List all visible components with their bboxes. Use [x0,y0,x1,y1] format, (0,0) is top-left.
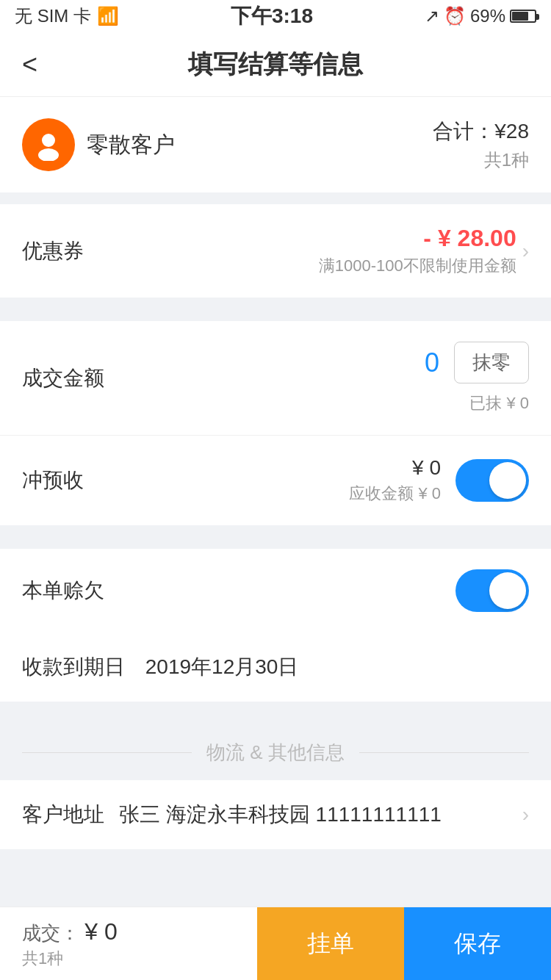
section-divider-1 [0,309,551,321]
debt-label: 本单赊欠 [22,577,104,605]
location-icon: ↗ [425,6,439,26]
due-date-label: 收款到期日 [22,655,125,678]
debt-section: 本单赊欠 收款到期日 2019年12月30日 [0,549,551,702]
prepay-label: 冲预收 [22,466,84,494]
bottom-deal-label: 成交： ¥ 0 [22,918,235,946]
debt-row: 本单赊欠 [0,549,551,633]
prepay-right: ¥ 0 应收金额 ¥ 0 [349,456,529,505]
divider-line-right [359,752,529,753]
customer-name: 零散客户 [87,130,175,160]
address-section[interactable]: 客户地址 张三 海淀永丰科技园 11111111111 › [0,780,551,849]
debt-toggle[interactable] [455,569,529,612]
svg-point-1 [38,148,59,161]
address-row[interactable]: 客户地址 张三 海淀永丰科技园 11111111111 › [0,780,551,849]
hang-button[interactable]: 挂单 [257,907,404,981]
section-divider-2 [0,537,551,549]
total-amount: 合计：¥28 [433,118,529,145]
coupon-desc: 满1000-100不限制使用金额 [319,255,516,277]
bottom-count: 共1种 [22,948,235,970]
chevron-right-icon: › [522,239,529,263]
avatar [22,118,75,171]
page-title: 填写结算等信息 [188,48,363,82]
prepay-main-value: ¥ 0 [349,456,441,480]
section-divider-3 [0,713,551,725]
battery-icon [510,10,536,23]
transaction-section: 成交金额 0 抹零 已抹 ¥ 0 冲预收 ¥ 0 应收金额 ¥ 0 [0,321,551,525]
back-button[interactable]: < [22,49,37,80]
customer-summary: 合计：¥28 共1种 [433,118,529,172]
prepay-row: 冲预收 ¥ 0 应收金额 ¥ 0 [0,436,551,525]
logistics-label: 物流 & 其他信息 [206,740,345,765]
deal-amount-label: 成交金额 [22,364,104,392]
deal-amount-row: 成交金额 0 抹零 已抹 ¥ 0 [0,321,551,436]
alarm-icon: ⏰ [444,6,466,26]
total-count: 共1种 [433,148,529,172]
debt-toggle-knob [489,572,526,609]
address-label: 客户地址 [22,801,104,829]
svg-point-0 [42,134,55,147]
customer-left: 零散客户 [22,118,175,171]
nav-bar: < 填写结算等信息 [0,32,551,97]
coupon-right: - ¥ 28.00 满1000-100不限制使用金额 › [319,225,529,277]
due-date-value: 2019年12月30日 [145,655,299,678]
bottom-info: 成交： ¥ 0 共1种 [0,918,257,970]
prepay-toggle[interactable] [455,459,529,502]
status-bar: 无 SIM 卡 📶 下午3:18 ↗ ⏰ 69% [0,0,551,32]
toggle-knob [489,462,526,499]
customer-row: 零散客户 合计：¥28 共1种 [0,97,551,192]
logistics-divider: 物流 & 其他信息 [0,725,551,780]
bottom-deal-value: ¥ 0 [84,918,117,945]
round-button[interactable]: 抹零 [454,342,529,383]
time-label: 下午3:18 [231,2,313,30]
user-icon [32,129,65,161]
due-date-row: 收款到期日 2019年12月30日 [0,633,551,702]
divider-line-left [22,752,192,753]
status-right: ↗ ⏰ 69% [425,6,536,26]
coupon-row[interactable]: 优惠券 - ¥ 28.00 满1000-100不限制使用金额 › [0,204,551,298]
deal-amount-value: 0 [425,347,439,378]
prepay-sub-value: 应收金额 ¥ 0 [349,483,441,505]
bottom-bar: 成交： ¥ 0 共1种 挂单 保存 [0,907,551,980]
carrier-label: 无 SIM 卡 [15,4,91,28]
address-value: 张三 海淀永丰科技园 11111111111 [119,801,522,829]
coupon-label: 优惠券 [22,237,84,265]
coupon-value: - ¥ 28.00 [319,225,516,252]
address-chevron-icon: › [522,803,529,826]
coupon-section[interactable]: 优惠券 - ¥ 28.00 满1000-100不限制使用金额 › [0,204,551,298]
deal-sub-label: 已抹 ¥ 0 [469,392,529,414]
deal-right: 0 抹零 [425,342,529,383]
status-left: 无 SIM 卡 📶 [15,4,119,28]
battery-percent: 69% [470,6,505,26]
wifi-icon: 📶 [97,6,119,26]
save-button[interactable]: 保存 [404,907,551,981]
prepay-values: ¥ 0 应收金额 ¥ 0 [349,456,441,505]
